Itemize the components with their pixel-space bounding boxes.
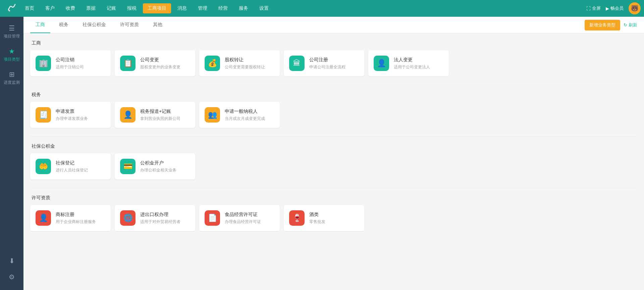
nav-item-管理[interactable]: 管理 [193, 3, 212, 13]
card-text: 申请一般纳税人当月或次月成变更完成 [225, 108, 265, 122]
card-text: 股权转让公司变更需要股权转让 [225, 57, 265, 70]
card-title: 酒类 [309, 212, 325, 218]
card-title: 食品经营许可证 [225, 212, 261, 218]
card-desc: 拿到营业执照的新公司 [140, 116, 180, 122]
card-title: 公司注销 [56, 57, 84, 63]
card-icon: 🧾 [36, 107, 51, 123]
section-title-2: 社保公积金 [30, 143, 637, 149]
vip-icon: ▶ [606, 6, 609, 11]
top-nav: 首页客户收费票据记账报税工商项目消息管理经营服务设置 ⛶ 全屏 ▶ 畅会员 🐻 [0, 0, 644, 17]
card-desc: 办理公积金相关业务 [140, 167, 176, 173]
section-divider [30, 85, 637, 85]
card-0-2[interactable]: 💰股权转让公司变更需要股权转让 [199, 50, 280, 76]
sidebar-icon: ★ [9, 47, 15, 55]
card-desc: 办理食品经营许可证 [225, 219, 261, 225]
card-desc: 适用于对外贸易经营者 [140, 219, 180, 225]
section-title-3: 许可资质 [30, 195, 637, 201]
tab-item-社保公积金[interactable]: 社保公积金 [77, 17, 111, 33]
card-3-1[interactable]: 🌐进出口权办理适用于对外贸易经营者 [115, 205, 195, 231]
nav-item-工商项目[interactable]: 工商项目 [143, 3, 171, 13]
sidebar-bottom-icon: ⚙ [9, 273, 15, 281]
card-title: 公司变更 [140, 57, 180, 63]
card-3-0[interactable]: 👤商标注册用于企业商标注册服务 [30, 205, 111, 231]
card-0-0[interactable]: 🏢公司注销适用于注销公司 [30, 50, 111, 76]
nav-item-收费[interactable]: 收费 [61, 3, 80, 13]
nav-item-票据[interactable]: 票据 [82, 3, 100, 13]
tab-item-其他[interactable]: 其他 [148, 17, 168, 33]
nav-right: ⛶ 全屏 ▶ 畅会员 🐻 [586, 2, 641, 14]
card-icon: 👤 [374, 56, 389, 71]
card-text: 公司注册申请公司注册全流程 [309, 57, 345, 70]
main-layout: ☰项目管理★项目类型⊞进度监测⬇⚙ 工商税务社保公积金许可资质其他 新增业务类型… [0, 17, 644, 290]
card-title: 公积金开户 [140, 160, 176, 166]
tab-item-税务[interactable]: 税务 [54, 17, 74, 33]
card-2-0[interactable]: 🤲社保登记进行人员社保登记 [30, 153, 111, 179]
card-text: 商标注册用于企业商标注册服务 [56, 212, 96, 225]
sidebar-icon: ☰ [9, 24, 15, 32]
sidebar-item-项目管理[interactable]: ☰项目管理 [0, 20, 23, 43]
card-1-2[interactable]: 👥申请一般纳税人当月或次月成变更完成 [199, 102, 280, 128]
card-0-3[interactable]: 🏛公司注册申请公司注册全流程 [284, 50, 364, 76]
nav-item-消息[interactable]: 消息 [173, 3, 192, 13]
card-icon: 💳 [120, 159, 136, 174]
card-1-0[interactable]: 🧾申请发票办理申请发票业务 [30, 102, 111, 128]
card-title: 进出口权办理 [140, 212, 180, 218]
mascot-avatar[interactable]: 🐻 [629, 2, 641, 14]
fullscreen-button[interactable]: ⛶ 全屏 [586, 5, 601, 11]
nav-item-设置[interactable]: 设置 [255, 3, 273, 13]
sidebar-bottom-item[interactable]: ⬇ [0, 253, 23, 269]
card-0-4[interactable]: 👤法人变更适用于公司变更法人 [368, 50, 449, 76]
card-title: 申请发票 [56, 108, 88, 115]
card-1-1[interactable]: 👤税务报道+记账拿到营业执照的新公司 [115, 102, 195, 128]
card-text: 申请发票办理申请发票业务 [56, 108, 88, 122]
card-text: 酒类零售批发 [309, 212, 325, 225]
card-title: 申请一般纳税人 [225, 108, 265, 115]
sidebar-item-进度监测[interactable]: ⊞进度监测 [0, 66, 23, 89]
nav-item-首页[interactable]: 首页 [20, 3, 39, 13]
sidebar-item-项目类型[interactable]: ★项目类型 [0, 43, 23, 66]
card-text: 税务报道+记账拿到营业执照的新公司 [140, 108, 180, 122]
nav-item-客户[interactable]: 客户 [41, 3, 59, 13]
refresh-button[interactable]: ↻ 刷新 [624, 22, 637, 28]
card-desc: 股权变更外的业务变更 [140, 64, 180, 70]
cards-grid-0: 🏢公司注销适用于注销公司📋公司变更股权变更外的业务变更💰股权转让公司变更需要股权… [30, 50, 637, 76]
tab-bar: 工商税务社保公积金许可资质其他 新增业务类型 ↻ 刷新 [23, 17, 644, 33]
tab-item-工商[interactable]: 工商 [30, 17, 50, 33]
card-0-1[interactable]: 📋公司变更股权变更外的业务变更 [115, 50, 195, 76]
card-title: 税务报道+记账 [140, 108, 180, 115]
cards-grid-2: 🤲社保登记进行人员社保登记💳公积金开户办理公积金相关业务 [30, 153, 637, 179]
refresh-icon: ↻ [624, 22, 627, 27]
card-text: 社保登记进行人员社保登记 [56, 160, 88, 173]
nav-item-服务[interactable]: 服务 [234, 3, 253, 13]
card-desc: 进行人员社保登记 [56, 167, 88, 173]
card-icon: 📋 [120, 56, 136, 71]
card-title: 股权转让 [225, 57, 265, 63]
card-desc: 零售批发 [309, 219, 325, 225]
tab-actions: 新增业务类型 ↻ 刷新 [585, 20, 637, 30]
new-type-button[interactable]: 新增业务类型 [585, 20, 620, 30]
card-desc: 用于企业商标注册服务 [56, 219, 96, 225]
card-2-1[interactable]: 💳公积金开户办理公积金相关业务 [115, 153, 195, 179]
nav-items: 首页客户收费票据记账报税工商项目消息管理经营服务设置 [20, 3, 586, 13]
card-desc: 申请公司注册全流程 [309, 64, 345, 70]
nav-item-记账[interactable]: 记账 [102, 3, 121, 13]
vip-button[interactable]: ▶ 畅会员 [606, 5, 624, 11]
card-3-3[interactable]: 🍷酒类零售批发 [284, 205, 364, 231]
card-icon: 👥 [205, 107, 220, 123]
card-icon: 🌐 [120, 210, 136, 226]
fullscreen-icon: ⛶ [586, 6, 591, 11]
sidebar: ☰项目管理★项目类型⊞进度监测⬇⚙ [0, 17, 23, 290]
tab-item-许可资质[interactable]: 许可资质 [115, 17, 144, 33]
sidebar-icon: ⊞ [9, 70, 15, 78]
card-icon: 🏢 [36, 56, 51, 71]
sidebar-bottom-item[interactable]: ⚙ [0, 269, 23, 285]
tab-items: 工商税务社保公积金许可资质其他 [30, 17, 585, 33]
sidebar-bottom-icon: ⬇ [9, 257, 15, 265]
nav-item-报税[interactable]: 报税 [122, 3, 141, 13]
card-text: 公司变更股权变更外的业务变更 [140, 57, 180, 70]
card-icon: 🤲 [36, 159, 51, 174]
logo [3, 3, 20, 13]
nav-item-经营[interactable]: 经营 [214, 3, 232, 13]
card-desc: 当月或次月成变更完成 [225, 116, 265, 122]
card-3-2[interactable]: 📄食品经营许可证办理食品经营许可证 [199, 205, 280, 231]
